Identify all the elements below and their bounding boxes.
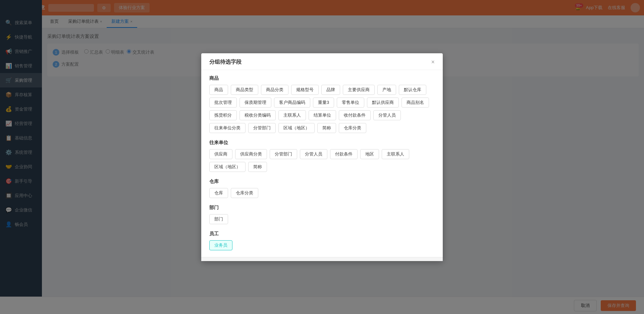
field-spec-model[interactable]: 规格型号 <box>291 85 319 95</box>
modal-hscrollbar[interactable] <box>201 257 443 261</box>
dept-fields: 部门 <box>209 214 435 224</box>
field-product-alias[interactable]: 商品别名 <box>401 98 429 108</box>
section-dept: 部门 部门 <box>209 205 435 224</box>
field-main-contact2[interactable]: 主联系人 <box>382 149 409 159</box>
modal-body: 商品 商品 商品类型 商品分类 规格型号 品牌 主要供应商 产地 默认仓库 批次… <box>201 70 443 257</box>
field-weight3[interactable]: 重量3 <box>313 98 334 108</box>
field-warehouse-category[interactable]: 仓库分类 <box>231 188 258 198</box>
field-abbr2[interactable]: 简称 <box>248 162 267 172</box>
field-retail-unit[interactable]: 零售单位 <box>337 98 364 108</box>
hscroll-inner <box>201 259 443 259</box>
modal: 分组待选字段 × 商品 商品 商品类型 商品分类 规格型号 品牌 主要供应商 产… <box>201 53 443 261</box>
section-product: 商品 商品 商品类型 商品分类 规格型号 品牌 主要供应商 产地 默认仓库 批次… <box>209 75 435 133</box>
field-origin[interactable]: 产地 <box>377 85 396 95</box>
field-customer-code[interactable]: 客户商品编码 <box>274 98 310 108</box>
field-salesperson[interactable]: 业务员 <box>209 240 232 250</box>
field-supplier-cat[interactable]: 供应商分类 <box>235 149 267 159</box>
field-manager[interactable]: 分管人员 <box>373 110 401 120</box>
warehouse-fields: 仓库 仓库分类 <box>209 188 435 198</box>
staff-fields: 业务员 <box>209 240 435 250</box>
section-warehouse-title: 仓库 <box>209 179 435 185</box>
field-supplier[interactable]: 供应商 <box>209 149 232 159</box>
modal-overlay: 分组待选字段 × 商品 商品 商品类型 商品分类 规格型号 品牌 主要供应商 产… <box>0 0 644 314</box>
field-default-supplier[interactable]: 默认供应商 <box>367 98 399 108</box>
field-manage-staff[interactable]: 分管人员 <box>300 149 327 159</box>
field-brand[interactable]: 品牌 <box>321 85 340 95</box>
field-warehouse[interactable]: 仓库 <box>209 188 228 198</box>
section-staff: 员工 业务员 <box>209 231 435 250</box>
field-region[interactable]: 区域（地区） <box>278 123 315 133</box>
field-abbr[interactable]: 简称 <box>317 123 336 133</box>
field-pick-score[interactable]: 拣货积分 <box>209 110 237 120</box>
field-payment-terms[interactable]: 收付款条件 <box>339 110 371 120</box>
field-shelf-life[interactable]: 保质期管理 <box>239 98 271 108</box>
field-region2[interactable]: 区域（地区） <box>209 162 246 172</box>
field-main-contact[interactable]: 主联系人 <box>278 110 306 120</box>
field-dept[interactable]: 分管部门 <box>248 123 276 133</box>
section-partner: 往来单位 供应商 供应商分类 分管部门 分管人员 付款条件 地区 主联系人 区域… <box>209 140 435 172</box>
section-partner-title: 往来单位 <box>209 140 435 146</box>
field-default-warehouse[interactable]: 默认仓库 <box>399 85 426 95</box>
field-main-supplier[interactable]: 主要供应商 <box>343 85 375 95</box>
field-partner-category[interactable]: 往来单位分类 <box>209 123 246 133</box>
section-product-title: 商品 <box>209 75 435 81</box>
field-manage-dept[interactable]: 分管部门 <box>270 149 297 159</box>
field-settlement-unit[interactable]: 结算单位 <box>309 110 336 120</box>
field-area[interactable]: 地区 <box>360 149 379 159</box>
modal-title: 分组待选字段 <box>209 59 241 66</box>
section-warehouse: 仓库 仓库 仓库分类 <box>209 179 435 198</box>
product-fields: 商品 商品类型 商品分类 规格型号 品牌 主要供应商 产地 默认仓库 批次管理 … <box>209 85 435 133</box>
field-department[interactable]: 部门 <box>209 214 228 224</box>
section-staff-title: 员工 <box>209 231 435 237</box>
field-product-category[interactable]: 商品分类 <box>261 85 288 95</box>
modal-header: 分组待选字段 × <box>201 53 443 70</box>
field-batch-mgmt[interactable]: 批次管理 <box>209 98 237 108</box>
field-pay-terms[interactable]: 付款条件 <box>330 149 358 159</box>
partner-fields: 供应商 供应商分类 分管部门 分管人员 付款条件 地区 主联系人 区域（地区） … <box>209 149 435 172</box>
field-tax-code[interactable]: 税收分类编码 <box>239 110 276 120</box>
field-warehouse-cat[interactable]: 仓库分类 <box>339 123 366 133</box>
field-product-type[interactable]: 商品类型 <box>231 85 258 95</box>
field-product[interactable]: 商品 <box>209 85 228 95</box>
section-dept-title: 部门 <box>209 205 435 211</box>
modal-close-btn[interactable]: × <box>431 59 435 65</box>
